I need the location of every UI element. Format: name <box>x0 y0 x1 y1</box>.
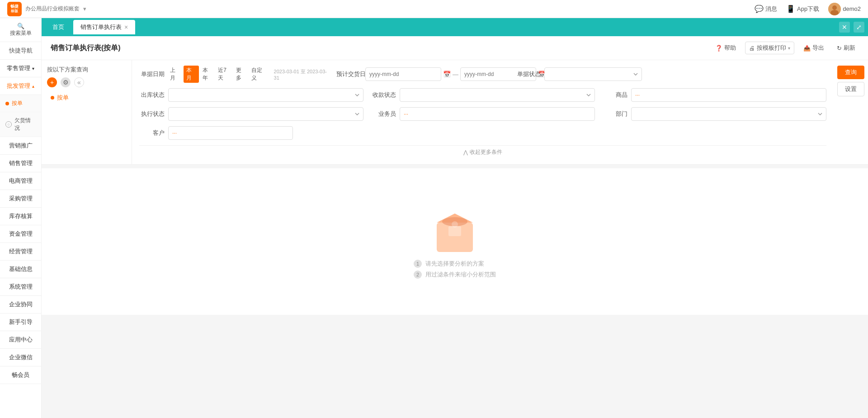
tip-num-1: 1 <box>414 260 422 268</box>
page-header: 销售订单执行表(按单) ❓ 帮助 🖨 按模板打印 ▾ <box>42 36 868 60</box>
settings-icon: ⚙ <box>63 79 69 86</box>
sidebar-item-marketing[interactable]: 营销推广 <box>0 137 41 155</box>
minimize-icon: ✕ <box>842 24 847 31</box>
sidebar-item-guide[interactable]: 新手引导 <box>0 314 41 331</box>
date-tab-more[interactable]: 更多 <box>234 66 248 83</box>
sidebar-item-ecommerce[interactable]: 电商管理 <box>0 172 41 190</box>
settings-scheme-btn[interactable]: ⚙ <box>61 77 71 87</box>
date-tab-lastmonth[interactable]: 上月 <box>168 66 182 83</box>
content-divider <box>42 165 868 168</box>
outbound-select[interactable] <box>168 88 363 102</box>
sidebar-sub-item-press[interactable]: 按单 <box>0 95 41 112</box>
sidebar-item-operations[interactable]: 经营管理 <box>0 243 41 261</box>
date-separator: — <box>453 71 458 78</box>
content-area: 首页 销售订单执行表 × ✕ ⤢ <box>42 18 868 418</box>
filter-section: 按以下方案查询 + ⚙ « <box>42 60 868 165</box>
date-range-display: 2023-03-01 至 2023-03-31 <box>274 68 329 81</box>
tab-maximize-btn[interactable]: ⤢ <box>854 22 864 33</box>
sidebar: 🔍 搜索菜单 快捷导航 零售管理 ▾ 批发管理 ▴ 按单 ○ <box>0 18 42 418</box>
expected-delivery-start[interactable] <box>365 67 441 81</box>
tab-home[interactable]: 首页 <box>45 20 71 34</box>
sidebar-item-finance[interactable]: 资金管理 <box>0 225 41 243</box>
exec-select[interactable] <box>168 107 363 121</box>
main-layout: 🔍 搜索菜单 快捷导航 零售管理 ▾ 批发管理 ▴ 按单 ○ <box>0 18 868 418</box>
sidebar-item-wechat[interactable]: 企业微信 <box>0 349 41 366</box>
active-indicator <box>5 102 9 105</box>
dept-label: 部门 <box>602 110 627 118</box>
message-btn[interactable]: 💬 消息 <box>755 5 777 13</box>
top-bar: 畅捷 标版 办公用品行业模拟账套 ▾ 💬 消息 📱 App下载 demo2 <box>0 0 868 18</box>
scheme-item-press[interactable]: 按单 <box>47 91 126 104</box>
sidebar-sub-wholesale: 按单 ○ 欠货情况 <box>0 95 41 137</box>
sidebar-search[interactable]: 🔍 搜索菜单 <box>0 18 41 42</box>
salesman-label: 业务员 <box>371 110 396 118</box>
sidebar-item-inventory[interactable]: 库存核算 <box>0 208 41 225</box>
collapse-scheme-btn[interactable]: « <box>74 77 84 87</box>
date-tab-7days[interactable]: 近7天 <box>216 66 232 83</box>
svg-point-8 <box>452 221 458 228</box>
sidebar-item-member[interactable]: 畅会员 <box>0 366 41 384</box>
tip-text-2: 用过滤条件来缩小分析范围 <box>425 271 496 279</box>
query-btn[interactable]: 查询 <box>837 66 864 79</box>
sidebar-quick-nav[interactable]: 快捷导航 <box>0 42 41 60</box>
sidebar-item-retail[interactable]: 零售管理 ▾ <box>0 60 41 77</box>
filter-right: 单据日期 上月 本月 本年 近7天 更多 自定义 <box>132 60 834 164</box>
date-tab-thisyear[interactable]: 本年 <box>201 66 214 83</box>
top-bar-left: 畅捷 标版 办公用品行业模拟账套 ▾ <box>7 2 86 16</box>
filter-left: 按以下方案查询 + ⚙ « <box>42 60 132 164</box>
export-btn[interactable]: 📤 导出 <box>800 42 828 54</box>
sidebar-item-system[interactable]: 系统管理 <box>0 278 41 296</box>
filter-row-1: 单据日期 上月 本月 本年 近7天 更多 自定义 <box>139 66 826 83</box>
empty-tips: 1 请先选择要分析的方案 2 用过滤条件来缩小分析范围 <box>414 260 496 279</box>
add-scheme-btn[interactable]: + <box>47 77 57 87</box>
collapse-filter-btn[interactable]: ⋀ 收起更多条件 <box>139 145 826 159</box>
refresh-btn[interactable]: ↻ 刷新 <box>833 42 859 54</box>
breadcrumb: 办公用品行业模拟账套 <box>25 5 80 13</box>
filter-row-2: 出库状态 收款状态 <box>139 88 826 102</box>
date-tab-thismonth[interactable]: 本月 <box>184 66 199 83</box>
sidebar-item-appstore[interactable]: 应用中心 <box>0 331 41 349</box>
date-tab-custom[interactable]: 自定义 <box>250 66 268 83</box>
goods-input[interactable] <box>631 88 826 102</box>
empty-state: 1 请先选择要分析的方案 2 用过滤条件来缩小分析范围 <box>42 168 868 315</box>
dept-select[interactable] <box>631 107 826 121</box>
tab-sales-order[interactable]: 销售订单执行表 × <box>73 20 135 34</box>
filter-dept-field: 部门 <box>602 107 826 121</box>
tip-num-2: 2 <box>414 271 422 279</box>
filter-customer-field: 客户 <box>139 126 293 140</box>
print-icon: 🖨 <box>749 45 755 52</box>
chevron-down-icon: ▾ <box>32 66 34 71</box>
search-icon: 🔍 <box>17 23 24 29</box>
sidebar-item-purchase[interactable]: 采购管理 <box>0 190 41 208</box>
refresh-icon: ↻ <box>837 45 842 52</box>
app-download-btn[interactable]: 📱 App下载 <box>786 5 819 13</box>
sidebar-quick-nav-label: 快捷导航 <box>9 47 33 54</box>
query-btn-area: 查询 设置 <box>834 60 868 164</box>
sidebar-item-basic[interactable]: 基础信息 <box>0 261 41 278</box>
avatar <box>828 3 841 15</box>
customer-input[interactable] <box>168 126 293 140</box>
tab-minimize-btn[interactable]: ✕ <box>839 22 850 33</box>
user-profile[interactable]: demo2 <box>828 3 861 15</box>
calendar-icon-start[interactable]: 📅 <box>443 71 451 78</box>
status-select[interactable] <box>544 67 642 81</box>
maximize-icon: ⤢ <box>856 24 862 31</box>
template-print-btn[interactable]: 🖨 按模板打印 ▾ <box>745 42 794 54</box>
tab-close-btn[interactable]: × <box>124 24 128 30</box>
sidebar-item-cooperation[interactable]: 企业协同 <box>0 296 41 314</box>
filter-row-3: 执行状态 业务员 <box>139 107 826 121</box>
app-download-icon: 📱 <box>786 5 795 13</box>
tip-text-1: 请先选择要分析的方案 <box>425 260 484 268</box>
breadcrumb-arrow[interactable]: ▾ <box>83 5 86 12</box>
filter-exec-field: 执行状态 <box>139 107 363 121</box>
sidebar-item-sales[interactable]: 销售管理 <box>0 155 41 172</box>
help-btn[interactable]: ❓ 帮助 <box>712 42 740 54</box>
settings-btn[interactable]: 设置 <box>837 82 864 96</box>
filter-row-4: 客户 <box>139 126 826 140</box>
salesman-input[interactable] <box>400 107 595 121</box>
outbound-label: 出库状态 <box>139 91 165 99</box>
page-inner: 销售订单执行表(按单) ❓ 帮助 🖨 按模板打印 ▾ <box>42 36 868 315</box>
payment-select[interactable] <box>400 88 595 102</box>
sidebar-item-wholesale[interactable]: 批发管理 ▴ <box>0 77 41 95</box>
sidebar-sub-item-debt[interactable]: ○ 欠货情况 <box>0 112 41 137</box>
